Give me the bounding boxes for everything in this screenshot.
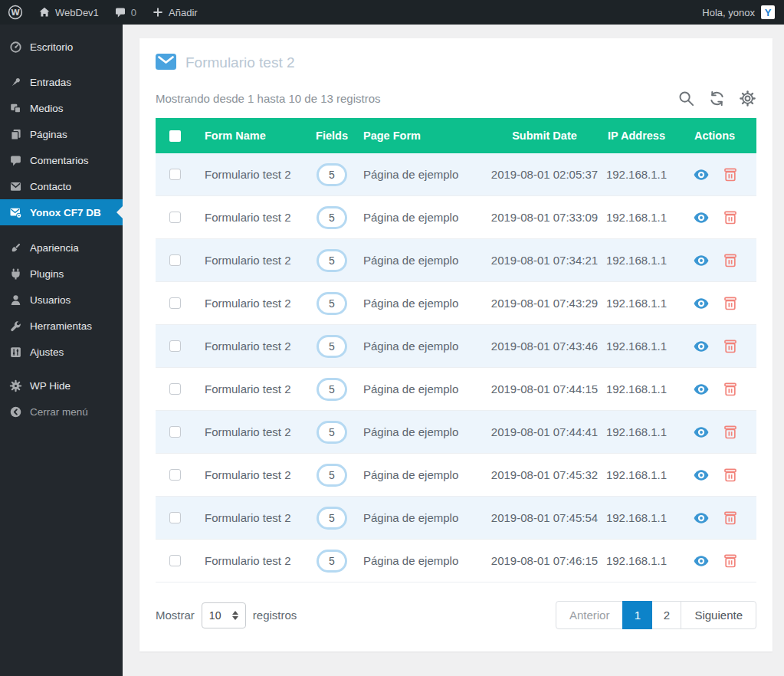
- view-entry-eye-icon[interactable]: [692, 381, 710, 398]
- cell-form-name: Formulario test 2: [205, 511, 291, 524]
- cell-page-form: Página de ejemplo: [363, 468, 458, 481]
- refresh-icon[interactable]: [708, 90, 726, 107]
- cell-form-name: Formulario test 2: [205, 425, 291, 438]
- sidebar-item-apariencia[interactable]: Apariencia: [0, 235, 123, 261]
- cell-page-form: Página de ejemplo: [363, 511, 458, 524]
- wordpress-logo-menu[interactable]: W: [0, 0, 31, 25]
- row-checkbox[interactable]: [169, 383, 181, 395]
- user-avatar[interactable]: Y: [761, 5, 775, 19]
- sidebar-item-label: Escritorio: [30, 41, 73, 53]
- sidebar-item-entradas[interactable]: Entradas: [0, 69, 123, 95]
- view-entry-eye-icon[interactable]: [692, 252, 710, 269]
- row-checkbox[interactable]: [169, 426, 181, 438]
- sidebar-item-label: Cerrar menú: [30, 406, 88, 418]
- row-checkbox[interactable]: [169, 555, 181, 566]
- row-checkbox[interactable]: [169, 254, 181, 266]
- wordpress-logo-icon: W: [8, 5, 23, 20]
- page-1-button[interactable]: 1: [622, 601, 652, 629]
- page-title: Formulario test 2: [185, 54, 295, 71]
- delete-entry-trash-icon[interactable]: [723, 338, 738, 355]
- row-checkbox[interactable]: [169, 169, 181, 180]
- new-content-menu[interactable]: Añadir: [144, 0, 205, 25]
- admin-sidebar: Escritorio Entradas Medios Páginas Come: [0, 25, 123, 676]
- view-entry-eye-icon[interactable]: [692, 166, 710, 183]
- sidebar-item-label: Herramientas: [30, 320, 92, 332]
- user-greeting[interactable]: Hola, yonox: [702, 7, 755, 18]
- next-page-button[interactable]: Siguiente: [681, 601, 756, 629]
- delete-entry-trash-icon[interactable]: [723, 295, 738, 312]
- site-link[interactable]: WebDev1: [31, 0, 107, 25]
- sidebar-item-yonox-cf7-db[interactable]: Yonox CF7 DB: [0, 199, 123, 225]
- cell-form-name: Formulario test 2: [205, 211, 291, 224]
- cell-ip-address: 192.168.1.1: [606, 468, 667, 481]
- delete-entry-trash-icon[interactable]: [723, 424, 738, 441]
- fields-count-badge: 5: [317, 163, 347, 186]
- plug-icon: [8, 266, 23, 281]
- row-checkbox[interactable]: [169, 340, 181, 352]
- user-icon: [8, 292, 23, 307]
- delete-entry-trash-icon[interactable]: [723, 209, 738, 226]
- delete-entry-trash-icon[interactable]: [723, 510, 738, 527]
- sidebar-item-usuarios[interactable]: Usuarios: [0, 287, 123, 313]
- cell-form-name: Formulario test 2: [205, 340, 291, 353]
- cell-submit-date: 2019-08-01 07:44:15: [491, 382, 598, 395]
- sidebar-item-escritorio[interactable]: Escritorio: [0, 34, 123, 60]
- search-icon[interactable]: [677, 90, 695, 107]
- collapse-menu-icon: [8, 404, 23, 419]
- sidebar-item-label: Ajustes: [30, 346, 64, 358]
- previous-page-button[interactable]: Anterior: [556, 601, 624, 629]
- cell-submit-date: 2019-08-01 07:45:54: [491, 511, 598, 524]
- records-label: registros: [253, 609, 297, 622]
- cell-submit-date: 2019-08-01 07:45:32: [491, 468, 598, 481]
- cell-form-name: Formulario test 2: [205, 554, 291, 567]
- row-checkbox[interactable]: [169, 297, 181, 309]
- cell-form-name: Formulario test 2: [205, 468, 291, 481]
- new-content-label: Añadir: [169, 7, 198, 18]
- header-ip-address: IP Address: [600, 130, 673, 142]
- table-row: Formulario test 2 5 Página de ejemplo 20…: [156, 196, 756, 239]
- delete-entry-trash-icon[interactable]: [723, 166, 738, 183]
- delete-entry-trash-icon[interactable]: [723, 467, 738, 484]
- sidebar-item-paginas[interactable]: Páginas: [0, 121, 123, 147]
- fields-count-badge: 5: [317, 507, 347, 530]
- sidebar-item-label: WP Hide: [30, 380, 71, 392]
- sidebar-item-plugins[interactable]: Plugins: [0, 261, 123, 287]
- fields-count-badge: 5: [317, 550, 347, 573]
- sidebar-item-comentarios[interactable]: Comentarios: [0, 147, 123, 173]
- form-envelope-icon: [156, 54, 176, 73]
- settings-gear-icon[interactable]: [739, 90, 756, 107]
- sidebar-item-ajustes[interactable]: Ajustes: [0, 339, 123, 365]
- view-entry-eye-icon[interactable]: [692, 295, 710, 312]
- sidebar-item-wp-hide[interactable]: WP Hide: [0, 372, 123, 399]
- row-checkbox[interactable]: [169, 512, 181, 523]
- page-size-select[interactable]: 10: [202, 602, 246, 628]
- table-row: Formulario test 2 5 Página de ejemplo 20…: [156, 325, 756, 368]
- sidebar-item-medios[interactable]: Medios: [0, 95, 123, 121]
- comments-bubble[interactable]: 0: [107, 0, 144, 25]
- sidebar-item-collapse-menu[interactable]: Cerrar menú: [0, 399, 123, 425]
- row-checkbox[interactable]: [169, 469, 181, 481]
- sidebar-item-label: Plugins: [30, 268, 64, 280]
- sidebar-item-herramientas[interactable]: Herramientas: [0, 313, 123, 339]
- delete-entry-trash-icon[interactable]: [723, 252, 738, 269]
- wrench-icon: [8, 318, 23, 333]
- table-row: Formulario test 2 5 Página de ejemplo 20…: [156, 411, 756, 454]
- sidebar-item-label: Medios: [30, 103, 64, 114]
- view-entry-eye-icon[interactable]: [692, 510, 710, 527]
- delete-entry-trash-icon[interactable]: [723, 381, 738, 398]
- delete-entry-trash-icon[interactable]: [723, 553, 738, 569]
- view-entry-eye-icon[interactable]: [692, 209, 710, 226]
- site-name: WebDev1: [55, 7, 99, 18]
- gear-icon: [8, 378, 23, 393]
- view-entry-eye-icon[interactable]: [692, 424, 710, 441]
- page-2-button[interactable]: 2: [651, 601, 681, 629]
- plugin-card: Formulario test 2 Mostrando desde 1 hast…: [139, 38, 773, 651]
- sidebar-item-contacto[interactable]: Contacto: [0, 173, 123, 199]
- cell-ip-address: 192.168.1.1: [606, 425, 667, 438]
- view-entry-eye-icon[interactable]: [692, 467, 710, 484]
- row-checkbox[interactable]: [169, 212, 181, 223]
- view-entry-eye-icon[interactable]: [692, 338, 710, 355]
- select-all-checkbox[interactable]: [169, 130, 181, 142]
- dashboard-icon: [8, 39, 23, 54]
- view-entry-eye-icon[interactable]: [692, 553, 710, 569]
